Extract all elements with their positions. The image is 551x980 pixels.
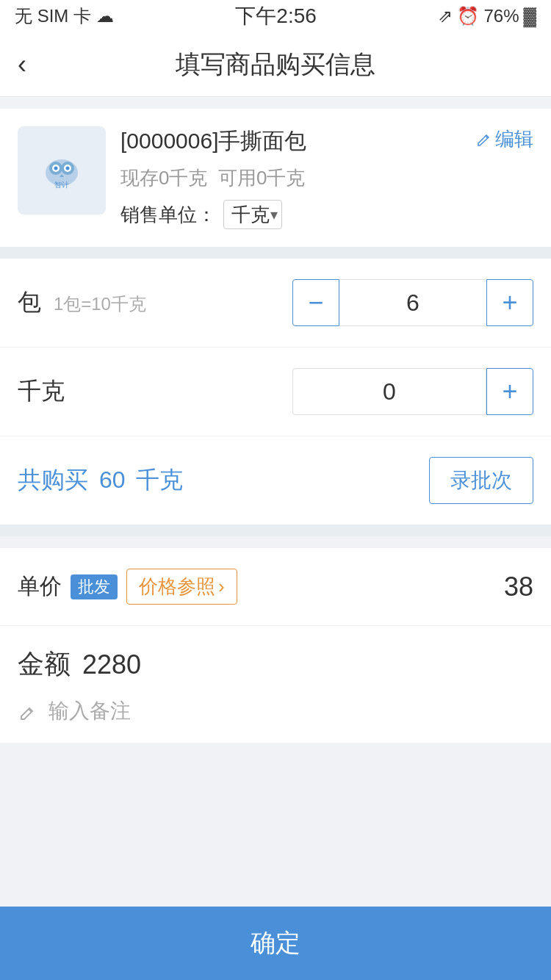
total-amount: 60 (99, 466, 126, 493)
wholesale-badge: 批发 (71, 574, 118, 599)
pack-hint: 1包=10千克 (54, 294, 146, 314)
product-name: [0000006]手撕面包 (120, 126, 533, 156)
total-row: 共购买 60 千克 录批次 (0, 436, 551, 525)
product-stock: 现存0千克 可用0千克 (120, 165, 533, 191)
status-time: 下午2:56 (235, 2, 317, 30)
section-divider-2 (0, 525, 551, 536)
pack-input-row: 包 1包=10千克 − + (0, 259, 551, 347)
back-button[interactable]: ‹ (18, 49, 26, 80)
pack-plus-button[interactable]: + (486, 279, 533, 326)
product-unit-row: 销售单位： 千克 (120, 200, 533, 229)
remark-row[interactable]: 输入备注 (18, 697, 533, 725)
pencil-icon (18, 700, 40, 722)
confirm-label: 确定 (251, 926, 300, 960)
page-title: 填写商品购买信息 (176, 48, 375, 82)
price-ref-button[interactable]: 价格参照 › (126, 569, 237, 605)
amount-section: 金额 2280 输入备注 (0, 625, 551, 743)
batch-button[interactable]: 录批次 (429, 457, 533, 504)
svg-point-5 (54, 167, 58, 170)
pack-label: 包 1包=10千克 (18, 287, 292, 319)
status-right: ⇗ ⏰ 76% ▓ (438, 6, 536, 26)
price-value: 38 (504, 572, 533, 602)
total-text: 共购买 60 千克 (18, 464, 183, 497)
battery-status: 76% (483, 6, 519, 26)
price-row: 单价 批发 价格参照 › 38 (18, 569, 533, 605)
edit-button[interactable]: 编辑 (476, 126, 533, 152)
pack-minus-button[interactable]: − (292, 279, 339, 326)
product-info: [0000006]手撕面包 现存0千克 可用0千克 销售单位： 千克 (120, 126, 533, 229)
alarm-icon: ⏰ (457, 6, 479, 26)
status-left: 无 SIM 卡 ☁ (15, 4, 114, 28)
kg-label: 千克 (18, 375, 292, 408)
price-label: 单价 批发 价格参照 › (18, 569, 237, 605)
nav-bar: ‹ 填写商品购买信息 (0, 32, 551, 97)
svg-text:智计: 智计 (54, 181, 69, 189)
location-icon: ⇗ (438, 6, 453, 26)
edit-icon (476, 131, 492, 148)
amount-row: 金额 2280 (18, 646, 533, 682)
svg-point-6 (66, 167, 70, 170)
amount-label: 金额 (18, 646, 71, 682)
kg-qty-control: + (292, 368, 533, 415)
amount-value: 2280 (82, 649, 141, 680)
sim-status: 无 SIM 卡 ☁ (15, 4, 114, 28)
confirm-bar[interactable]: 确定 (0, 907, 551, 980)
unit-select[interactable]: 千克 (223, 200, 282, 229)
price-section: 单价 批发 价格参照 › 38 (0, 548, 551, 625)
battery-icon: ▓ (524, 6, 537, 26)
kg-input-row: 千克 + (0, 347, 551, 436)
section-divider-1 (0, 247, 551, 259)
kg-plus-button[interactable]: + (486, 368, 533, 415)
unit-select-wrapper[interactable]: 千克 (223, 200, 282, 229)
owl-logo-icon: 智计 (40, 152, 84, 189)
status-bar: 无 SIM 卡 ☁ 下午2:56 ⇗ ⏰ 76% ▓ (0, 0, 551, 32)
product-image: 智计 (18, 126, 106, 215)
remark-placeholder[interactable]: 输入备注 (48, 697, 131, 725)
kg-qty-input[interactable] (292, 368, 486, 415)
pack-qty-input[interactable] (339, 279, 486, 326)
product-card: 智计 [0000006]手撕面包 现存0千克 可用0千克 销售单位： 千克 编辑 (0, 109, 551, 247)
pack-input-section: 包 1包=10千克 − + 千克 + (0, 259, 551, 436)
pack-qty-control: − + (292, 279, 533, 326)
